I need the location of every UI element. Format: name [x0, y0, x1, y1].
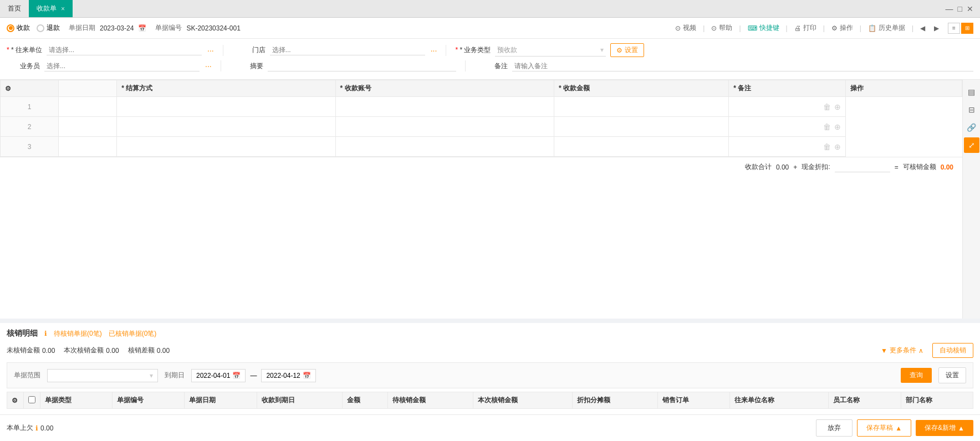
radio-receipt-dot: [7, 24, 14, 32]
row-2-delete-icon[interactable]: 🗑: [823, 122, 831, 131]
sidebar-copy-icon[interactable]: ⊟: [964, 102, 979, 117]
total-value: 0.00: [776, 163, 789, 171]
toolbar-history[interactable]: 📋 历史单据: [866, 22, 907, 34]
tab-receipt[interactable]: 收款单 ×: [29, 0, 73, 17]
row-3-delete-icon[interactable]: 🗑: [823, 142, 831, 151]
toolbar-next[interactable]: ▶: [932, 23, 941, 33]
toolbar-video[interactable]: ⊙ 视频: [673, 22, 698, 34]
row-2-payment[interactable]: [59, 117, 117, 137]
remarks-input[interactable]: [512, 61, 973, 71]
bottom-col-discount: 折扣分摊额: [572, 392, 657, 409]
toolbar-shortcut[interactable]: ⌨ 快捷键: [746, 22, 782, 34]
row-2-amount[interactable]: [335, 117, 554, 137]
right-sidebar: ▤ ⊟ 🔗 ⤢: [962, 80, 980, 319]
minimize-icon[interactable]: —: [946, 4, 953, 13]
summary-label: 摘要: [230, 61, 263, 71]
save-draft-button[interactable]: 保存草稿 ▲: [857, 419, 911, 437]
counterpart-input[interactable]: [47, 45, 202, 55]
gear-icon: ⚙: [616, 47, 622, 54]
unverified-value: 0.00: [42, 347, 55, 355]
radio-refund[interactable]: 退款: [37, 23, 60, 33]
sidebar-table-icon[interactable]: ▤: [964, 84, 979, 100]
row-1-copy-icon[interactable]: ⊕: [834, 102, 841, 111]
date-range-sep: —: [250, 372, 257, 380]
verify-stats: 未核销金额 0.00 本次核销金额 0.00 核销差额 0.00 ▼ 更多条件 …: [7, 343, 973, 358]
radio-receipt[interactable]: 收款: [7, 23, 30, 33]
filter-icon: ▼: [881, 347, 887, 355]
row-3-account[interactable]: [117, 137, 335, 157]
row-3-copy-icon[interactable]: ⊕: [834, 142, 841, 151]
toolbar-help[interactable]: ⊙ 帮助: [709, 22, 734, 34]
row-1-amount[interactable]: [335, 97, 554, 117]
help-icon: ⊙: [711, 24, 717, 32]
stat-info-icon[interactable]: ℹ: [35, 424, 38, 432]
bottom-col-settings: ⚙: [7, 392, 24, 409]
bottom-settings-icon[interactable]: ⚙: [12, 397, 18, 404]
sidebar-attachment-icon[interactable]: 🔗: [964, 120, 979, 135]
row-1-account[interactable]: [117, 97, 335, 117]
table-row: 3 🗑 ⊕: [1, 137, 962, 157]
verify-section: 核销明细 ℹ 待核销单据(0笔) 已核销单据(0笔) 未核销金额 0.00 本次…: [0, 319, 980, 414]
chevron-down-icon: ▾: [600, 46, 604, 54]
row-3-note[interactable]: [554, 137, 728, 157]
save-new-button[interactable]: 保存&新增 ▲: [916, 420, 973, 436]
row-2-account[interactable]: [117, 117, 335, 137]
form-header: 收款 退款 单据日期 2023-03-24 📅 单据编号 SK-20230324…: [0, 18, 980, 39]
store-more-icon[interactable]: ···: [431, 46, 437, 55]
salesperson-input[interactable]: [44, 61, 200, 71]
bottom-bar: 本单上欠 ℹ 0.00 放弃 保存草稿 ▲ 保存&新增 ▲: [0, 414, 980, 441]
row-2-note[interactable]: [554, 117, 728, 137]
store-label: 门店: [232, 45, 266, 55]
stat-value: 0.00: [40, 424, 53, 432]
date-end-input[interactable]: 2022-04-12 📅: [261, 369, 315, 382]
bottom-col-amount: 金额: [342, 392, 387, 409]
query-button[interactable]: 查询: [901, 368, 932, 383]
verify-title: 核销明细: [7, 329, 38, 339]
row-3-amount[interactable]: [335, 137, 554, 157]
toolbar-prev[interactable]: ◀: [918, 23, 927, 33]
current-value: 0.00: [106, 347, 119, 355]
row-1-payment[interactable]: [59, 97, 117, 117]
row-1-delete-icon[interactable]: 🗑: [823, 102, 831, 111]
tab-home[interactable]: 首页: [0, 0, 29, 17]
verify-header: 核销明细 ℹ 待核销单据(0笔) 已核销单据(0笔): [7, 329, 973, 339]
range-select[interactable]: ▾: [47, 369, 158, 382]
store-input[interactable]: [270, 45, 425, 55]
abandon-button[interactable]: 放弃: [816, 419, 853, 437]
auto-verify-button[interactable]: 自动核销: [932, 343, 973, 358]
summary-input[interactable]: [268, 61, 456, 71]
row-2-copy-icon[interactable]: ⊕: [834, 122, 841, 131]
toolbar-print[interactable]: 🖨 打印: [792, 22, 819, 34]
settings-icon[interactable]: ⚙: [5, 85, 11, 93]
settings-button[interactable]: ⚙ 设置: [610, 43, 644, 57]
stat-diff: 核销差额 0.00: [128, 346, 170, 355]
salesperson-more-icon[interactable]: ···: [205, 61, 212, 70]
total-label: 收款合计: [745, 162, 772, 172]
toolbar-operations[interactable]: ⚙ 操作: [829, 22, 855, 34]
remarks-label: 备注: [474, 61, 508, 71]
date-end-value: 2022-04-12: [266, 372, 300, 380]
more-conditions[interactable]: ▼ 更多条件 ∧: [881, 346, 923, 355]
row-1-ops: 🗑 ⊕: [733, 102, 840, 111]
bottom-col-counterpart: 往来单位名称: [730, 392, 829, 409]
discount-input[interactable]: [835, 162, 890, 172]
tab-receipt-close[interactable]: ×: [61, 5, 65, 13]
close-window-icon[interactable]: ✕: [967, 4, 973, 13]
row-3-payment[interactable]: [59, 137, 117, 157]
meta-date-label: 单据日期: [69, 23, 95, 33]
date-start-input[interactable]: 2022-04-01 📅: [191, 369, 246, 382]
verified-tab[interactable]: 已核销单据(0笔): [109, 329, 157, 339]
sidebar-expand-icon[interactable]: ⤢: [964, 137, 979, 153]
calendar-icon[interactable]: 📅: [138, 24, 146, 32]
maximize-icon[interactable]: □: [958, 4, 962, 13]
counterpart-more-icon[interactable]: ···: [207, 46, 214, 55]
pending-tab[interactable]: 待核销单据(0笔): [54, 329, 102, 339]
verify-info-icon[interactable]: ℹ: [44, 330, 47, 337]
stat-label: 本单上欠: [7, 423, 33, 433]
bottom-select-all[interactable]: [28, 396, 35, 403]
layout-grid-btn[interactable]: ⊞: [961, 23, 973, 34]
filter-settings-button[interactable]: 设置: [938, 367, 966, 383]
business-type-select[interactable]: 预收款 ▾: [495, 44, 606, 57]
row-1-note[interactable]: [554, 97, 728, 117]
layout-list-btn[interactable]: ≡: [948, 23, 960, 34]
